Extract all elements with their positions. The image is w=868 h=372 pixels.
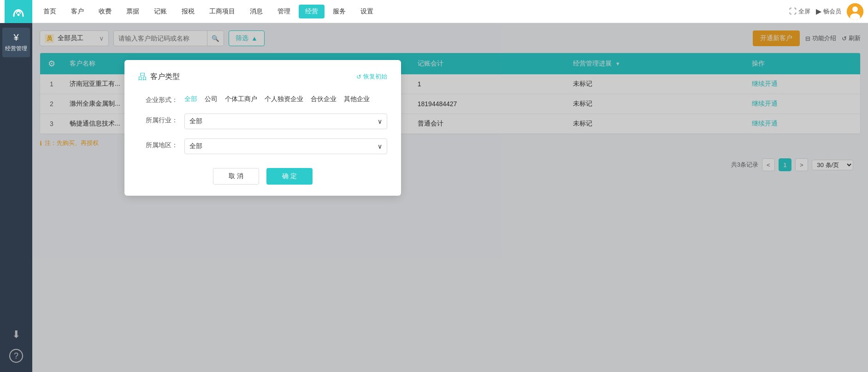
reset-icon: ↺ xyxy=(356,73,361,80)
confirm-button[interactable]: 确 定 xyxy=(266,168,313,185)
industry-form-row: 所属行业： 全部 ∨ xyxy=(138,114,387,129)
region-select[interactable]: 全部 ∨ xyxy=(184,138,387,154)
industry-select[interactable]: 全部 ∨ xyxy=(184,114,387,129)
region-arrow-icon: ∨ xyxy=(378,143,382,150)
nav-home[interactable]: 首页 xyxy=(37,5,63,18)
enterprise-option-1[interactable]: 公司 xyxy=(205,95,218,103)
industry-value: 全部 xyxy=(189,117,202,126)
cancel-button[interactable]: 取 消 xyxy=(213,168,259,185)
vip-icon: ▶ xyxy=(816,7,821,16)
download-icon[interactable]: ⬇ xyxy=(8,325,24,344)
svg-point-2 xyxy=(852,6,858,12)
enterprise-option-5[interactable]: 其他企业 xyxy=(344,95,370,103)
enterprise-option-3[interactable]: 个人独资企业 xyxy=(265,95,303,103)
industry-arrow-icon: ∨ xyxy=(378,118,382,125)
sidebar-item-operation[interactable]: ¥ 经营管理 xyxy=(2,28,30,57)
modal-footer: 取 消 确 定 xyxy=(138,168,387,185)
avatar[interactable] xyxy=(847,3,863,20)
industry-label: 所属行业： xyxy=(138,114,184,125)
logo xyxy=(5,0,32,23)
sidebar-item-label: 经营管理 xyxy=(5,45,27,53)
modal-header: 品 客户类型 ↺ 恢复初始 xyxy=(138,71,387,82)
modal-reset-button[interactable]: ↺ 恢复初始 xyxy=(356,72,387,81)
region-content: 全部 ∨ xyxy=(184,138,387,154)
enterprise-radio-group: 全部公司个体工商户个人独资企业合伙企业其他企业 xyxy=(184,93,387,103)
fullscreen-icon: ⛶ xyxy=(789,7,797,16)
fullscreen-label: 全屏 xyxy=(798,7,810,16)
help-icon[interactable]: ? xyxy=(9,349,23,363)
nav-bookkeeping[interactable]: 记账 xyxy=(148,5,173,18)
region-label: 所属地区： xyxy=(138,138,184,150)
nav-manage[interactable]: 管理 xyxy=(271,5,297,18)
region-value: 全部 xyxy=(189,142,202,150)
vip-button[interactable]: ▶ 畅会员 xyxy=(816,7,841,16)
modal-title: 品 客户类型 xyxy=(138,71,180,82)
enterprise-option-0[interactable]: 全部 xyxy=(184,95,197,103)
nav-message[interactable]: 消息 xyxy=(243,5,269,18)
modal-overlay: 品 客户类型 ↺ 恢复初始 企业形式： 全部公司个体工商户个人独资企业合伙企业其… xyxy=(32,23,868,372)
region-form-row: 所属地区： 全部 ∨ xyxy=(138,138,387,154)
nav-customer[interactable]: 客户 xyxy=(65,5,90,18)
industry-content: 全部 ∨ xyxy=(184,114,387,129)
sidebar-bottom: ⬇ ? xyxy=(8,325,24,372)
top-navigation: 首页 客户 收费 票据 记账 报税 工商项目 消息 管理 经营 服务 设置 ⛶ … xyxy=(0,0,868,23)
nav-settings[interactable]: 设置 xyxy=(354,5,380,18)
nav-fee[interactable]: 收费 xyxy=(92,5,118,18)
svg-point-0 xyxy=(18,13,20,16)
nav-items: 首页 客户 收费 票据 记账 报税 工商项目 消息 管理 经营 服务 设置 xyxy=(37,5,789,18)
reset-label: 恢复初始 xyxy=(363,72,387,81)
nav-bill[interactable]: 票据 xyxy=(120,5,146,18)
enterprise-option-4[interactable]: 合伙企业 xyxy=(311,95,337,103)
nav-business-project[interactable]: 工商项目 xyxy=(203,5,242,18)
nav-right: ⛶ 全屏 ▶ 畅会员 xyxy=(789,3,863,20)
enterprise-option-2[interactable]: 个体工商户 xyxy=(225,95,257,103)
modal-title-text: 客户类型 xyxy=(150,72,180,82)
enterprise-form-row: 企业形式： 全部公司个体工商户个人独资企业合伙企业其他企业 xyxy=(138,93,387,104)
nav-tax[interactable]: 报税 xyxy=(175,5,201,18)
fullscreen-button[interactable]: ⛶ 全屏 xyxy=(789,7,810,16)
nav-operation[interactable]: 经营 xyxy=(299,5,325,18)
sidebar: ¥ 经营管理 ⬇ ? xyxy=(0,23,32,372)
enterprise-options: 全部公司个体工商户个人独资企业合伙企业其他企业 xyxy=(184,93,387,103)
vip-label: 畅会员 xyxy=(823,7,841,16)
operation-icon: ¥ xyxy=(13,32,18,43)
enterprise-label: 企业形式： xyxy=(138,93,184,104)
nav-service[interactable]: 服务 xyxy=(326,5,352,18)
modal-title-icon: 品 xyxy=(138,71,147,82)
customer-type-modal: 品 客户类型 ↺ 恢复初始 企业形式： 全部公司个体工商户个人独资企业合伙企业其… xyxy=(124,60,401,196)
